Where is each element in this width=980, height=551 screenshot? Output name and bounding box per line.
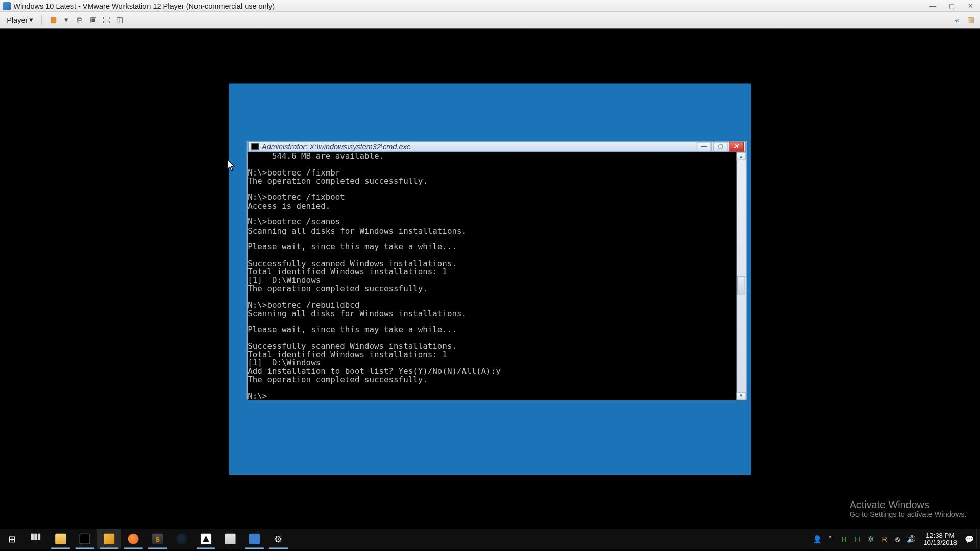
calculator-icon xyxy=(224,533,236,545)
vmware-player[interactable] xyxy=(97,529,121,549)
cmd-close-button[interactable]: ✕ xyxy=(729,142,744,151)
cmd-output[interactable]: 544.6 MB are available. N:\>bootrec /fix… xyxy=(248,152,736,400)
activate-subtitle: Go to Settings to activate Windows. xyxy=(850,510,967,518)
cmd-title: Administrator: X:\windows\system32\cmd.e… xyxy=(262,143,411,151)
fullscreen-button[interactable]: ⛶ xyxy=(101,14,112,25)
unity-button[interactable]: ◫ xyxy=(114,14,125,25)
taskbar: ⊞⚙ 👤˄HH✲R⎋🔊 12:38 PM 10/13/2018 💬 xyxy=(0,529,980,549)
tray-app-3[interactable]: ✲ xyxy=(864,529,877,549)
mouse-cursor xyxy=(228,160,236,172)
cmd-minimize-button[interactable]: — xyxy=(697,142,712,151)
start-button[interactable]: ⊞ xyxy=(0,529,24,549)
start-button-icon: ⊞ xyxy=(6,533,18,545)
activate-windows-watermark: Activate Windows Go to Settings to activ… xyxy=(850,498,967,518)
calculator[interactable] xyxy=(218,529,242,549)
player-menu[interactable]: Player▾ xyxy=(4,14,36,26)
vivaldi-icon xyxy=(200,533,212,545)
scroll-down-button[interactable]: ▾ xyxy=(737,392,746,400)
sublime-text[interactable] xyxy=(145,529,169,549)
command-prompt-icon xyxy=(79,533,91,545)
activate-title: Activate Windows xyxy=(850,498,967,510)
tray-app-2[interactable]: H xyxy=(851,529,864,549)
scroll-up-button[interactable]: ▴ xyxy=(737,152,746,160)
send-ctrl-alt-del-button[interactable]: ⎘ xyxy=(74,14,85,25)
command-prompt[interactable] xyxy=(72,529,96,549)
task-view-button[interactable] xyxy=(24,529,48,549)
cmd-scrollbar[interactable]: ▴ ▾ xyxy=(737,152,746,400)
vmware-player-icon xyxy=(103,533,115,545)
maximize-button[interactable]: ▢ xyxy=(942,0,961,12)
steam-icon xyxy=(176,533,188,545)
vmware-title: Windows 10 Latest - VMware Workstation 1… xyxy=(13,2,275,10)
action-center-button[interactable]: 💬 xyxy=(963,529,976,549)
taskbar-clock[interactable]: 12:38 PM 10/13/2018 xyxy=(918,532,963,546)
vmware-app-icon xyxy=(3,2,11,10)
close-button[interactable]: ✕ xyxy=(961,0,980,12)
steam[interactable] xyxy=(169,529,193,549)
power-dropdown-button[interactable]: ▾ xyxy=(61,14,71,25)
vmware-titlebar[interactable]: Windows 10 Latest - VMware Workstation 1… xyxy=(0,0,980,12)
settings-app-icon: ⚙ xyxy=(273,533,285,545)
file-explorer[interactable] xyxy=(48,529,72,549)
tray-app-1[interactable]: H xyxy=(837,529,850,549)
show-hidden-icons[interactable]: ˄ xyxy=(824,529,837,549)
clock-time: 12:38 PM xyxy=(926,532,954,539)
mail[interactable] xyxy=(242,529,266,549)
tray-app-4[interactable]: R xyxy=(878,529,891,549)
network-icon[interactable]: ⎋ xyxy=(891,529,904,549)
mail-icon xyxy=(249,533,261,545)
cmd-titlebar[interactable]: Administrator: X:\windows\system32\cmd.e… xyxy=(248,141,746,152)
file-explorer-icon xyxy=(55,533,67,545)
clock-date: 10/13/2018 xyxy=(923,539,957,546)
sublime-text-icon xyxy=(152,533,164,545)
cmd-maximize-button[interactable]: ▢ xyxy=(713,142,728,151)
show-desktop-button[interactable] xyxy=(976,529,980,549)
volume-icon[interactable]: 🔊 xyxy=(904,529,918,549)
system-tray: 👤˄HH✲R⎋🔊 12:38 PM 10/13/2018 💬 xyxy=(811,529,980,549)
vmware-toolbar: Player▾ ▮▮ ▾ ⎘ ▣ ⛶ ◫ « ▥ xyxy=(0,12,980,29)
collapse-toolbar-button[interactable]: « xyxy=(952,14,963,25)
cmd-icon xyxy=(251,143,259,150)
scroll-thumb[interactable] xyxy=(737,276,745,295)
manage-button[interactable]: ▥ xyxy=(965,14,976,25)
minimize-button[interactable]: — xyxy=(923,0,942,12)
pause-vm-button[interactable]: ▮▮ xyxy=(47,14,58,25)
people-icon[interactable]: 👤 xyxy=(811,529,824,549)
firefox[interactable] xyxy=(121,529,145,549)
vm-display-area[interactable]: Administrator: X:\windows\system32\cmd.e… xyxy=(0,28,980,549)
task-view-button-icon xyxy=(30,533,42,545)
scroll-track[interactable] xyxy=(737,160,746,392)
snapshot-button[interactable]: ▣ xyxy=(88,14,99,25)
cmd-window: Administrator: X:\windows\system32\cmd.e… xyxy=(247,141,747,399)
settings-app[interactable]: ⚙ xyxy=(266,529,290,549)
vmware-window: Windows 10 Latest - VMware Workstation 1… xyxy=(0,0,980,549)
firefox-icon xyxy=(127,533,139,545)
vivaldi[interactable] xyxy=(194,529,218,549)
